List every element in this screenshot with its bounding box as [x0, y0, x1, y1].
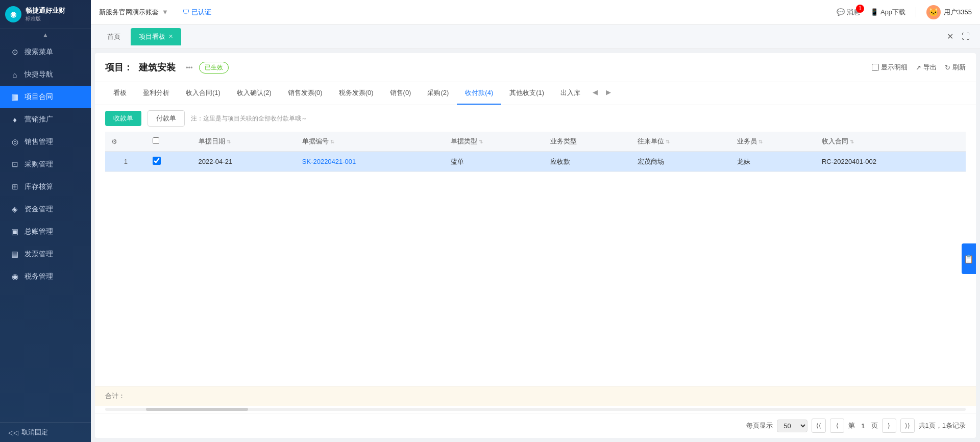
sidebar-item-quick[interactable]: ⌂ 快捷导航	[0, 63, 91, 86]
subtab-collection[interactable]: 收付款(4)	[457, 82, 501, 105]
sidebar-icon-contract: ▦	[10, 92, 19, 102]
th-number[interactable]: 单据编号⇅	[296, 132, 445, 152]
project-label: 项目：	[105, 61, 133, 73]
row-number-link[interactable]: SK-20220421-001	[302, 158, 356, 165]
th-salesperson[interactable]: 业务员⇅	[731, 132, 816, 152]
th-type[interactable]: 单据类型⇅	[445, 132, 544, 152]
table-row[interactable]: 1 2022-04-21 SK-20220421-001 蓝单 应收款 宏茂商场…	[105, 152, 966, 172]
logo-icon: ◉	[5, 6, 21, 22]
sidebar-item-search[interactable]: ⊙ 搜索菜单	[0, 41, 91, 63]
pagination: 每页显示 50 100 200 ⟨⟨ ⟨ 第 1 页 ⟩ ⟩⟩ 共1页，1条记录	[95, 413, 976, 438]
topbar-user[interactable]: 🐱 用户3355	[926, 5, 972, 19]
sidebar-item-finance[interactable]: ◈ 资金管理	[0, 198, 91, 220]
sidebar-label-search: 搜索菜单	[24, 47, 53, 57]
subtab-prev-arrow[interactable]: ◀	[589, 82, 602, 105]
per-page-select[interactable]: 50 100 200	[777, 420, 807, 432]
next-page-btn[interactable]: ⟩	[882, 419, 896, 433]
project-name: 建筑安装	[139, 61, 176, 73]
sidebar-item-sales[interactable]: ◎ 销售管理	[0, 131, 91, 153]
sidebar-logo: ◉ 畅捷通好业财 标准版	[0, 0, 91, 29]
sidebar-scroll-up[interactable]: ▲	[0, 29, 91, 41]
subtab-purchase[interactable]: 采购(2)	[419, 82, 457, 105]
tab-kanban[interactable]: 项目看板 ✕	[131, 28, 181, 45]
subtab-other-expense[interactable]: 其他收支(1)	[501, 82, 552, 105]
project-more-btn[interactable]: •••	[186, 64, 193, 71]
refresh-btn[interactable]: ↻ 刷新	[945, 63, 966, 72]
sort-icon: ⇅	[330, 139, 334, 144]
row-checkbox[interactable]	[153, 157, 161, 165]
tab-kanban-close-icon[interactable]: ✕	[168, 33, 173, 40]
row-number[interactable]: SK-20220421-001	[296, 152, 445, 172]
show-detail-toggle[interactable]: 显示明细	[872, 63, 908, 72]
export-label: 导出	[923, 63, 937, 72]
sidebar-icon-marketing: ♦	[10, 115, 19, 124]
float-action-btn[interactable]: 📋	[962, 243, 976, 274]
sidebar-item-inventory[interactable]: ⊞ 库存核算	[0, 176, 91, 198]
sidebar-label-sales: 销售管理	[24, 137, 53, 146]
subtab-sales[interactable]: 销售(0)	[382, 82, 420, 105]
sidebar-item-invoice[interactable]: ▤ 发票管理	[0, 243, 91, 265]
sidebar-label-quick: 快捷导航	[24, 70, 53, 79]
select-all-checkbox[interactable]	[153, 137, 159, 144]
sidebar-icon-finance: ◈	[10, 205, 19, 214]
gear-icon: ⚙	[111, 138, 117, 145]
subtab-kanban[interactable]: 看板	[105, 82, 135, 105]
th-checkbox[interactable]	[146, 132, 192, 152]
sidebar-label-tax: 税务管理	[24, 272, 53, 281]
subtab-income-confirm[interactable]: 收入确认(2)	[229, 82, 280, 105]
collection-btn[interactable]: 收款单	[105, 111, 141, 126]
subtab-tax-invoice[interactable]: 税务发票(0)	[331, 82, 382, 105]
prev-page-btn[interactable]: ⟨	[830, 419, 844, 433]
subtab-income-contract[interactable]: 收入合同(1)	[178, 82, 229, 105]
window-expand-btn[interactable]: ⛶	[960, 30, 972, 43]
topbar-message-btn[interactable]: 💬 消息 1	[837, 8, 860, 17]
sidebar-label-marketing: 营销推广	[24, 115, 53, 124]
row-partner: 宏茂商场	[631, 152, 731, 172]
window-close-btn[interactable]: ✕	[945, 30, 955, 43]
payment-btn[interactable]: 付款单	[148, 110, 185, 127]
app-label: App下载	[880, 8, 905, 17]
th-date[interactable]: 单据日期⇅	[192, 132, 296, 152]
sort-icon: ⇅	[850, 139, 854, 144]
sidebar-item-contract[interactable]: ▦ 项目合同	[0, 86, 91, 108]
content-area: 项目： 建筑安装 ••• 已生效 显示明细 ↗ 导出 ↻ 刷新	[95, 53, 976, 438]
topbar-verified: 🛡 已认证	[183, 8, 211, 17]
page-label: 第	[848, 421, 855, 430]
sidebar-item-tax[interactable]: ◉ 税务管理	[0, 265, 91, 288]
main-area: 新服务官网演示账套 ▼ 🛡 已认证 💬 消息 1 📱 App下载 🐱 用户335…	[91, 0, 980, 442]
subbar-note: 注：这里是与项目关联的全部收付款单哦～	[191, 114, 307, 123]
export-btn[interactable]: ↗ 导出	[916, 63, 937, 72]
topbar-chevron-icon: ▼	[162, 8, 168, 16]
last-page-btn[interactable]: ⟩⟩	[900, 419, 915, 433]
sidebar-item-ledger[interactable]: ▣ 总账管理	[0, 220, 91, 243]
scrollbar-track[interactable]	[105, 408, 966, 411]
subtab-profit[interactable]: 盈利分析	[135, 82, 178, 105]
tab-kanban-label: 项目看板	[139, 32, 165, 41]
th-gear[interactable]: ⚙	[105, 132, 146, 152]
th-type-label: 单据类型	[451, 137, 477, 146]
tabbar-window-controls: ✕ ⛶	[945, 30, 972, 43]
th-income-contract[interactable]: 收入合同⇅	[816, 132, 966, 152]
subtab-inout[interactable]: 出入库	[552, 82, 589, 105]
first-page-btn[interactable]: ⟨⟨	[812, 419, 826, 433]
row-date: 2022-04-21	[192, 152, 296, 172]
subtab-sales-invoice[interactable]: 销售发票(0)	[280, 82, 331, 105]
sidebar-item-marketing[interactable]: ♦ 营销推广	[0, 108, 91, 131]
th-number-label: 单据编号	[302, 137, 329, 146]
sidebar-label-purchase: 采购管理	[24, 160, 53, 169]
scrollbar-thumb[interactable]	[146, 408, 248, 411]
tab-home[interactable]: 首页	[99, 28, 129, 45]
sidebar-icon-sales: ◎	[10, 137, 19, 146]
sidebar-unpin[interactable]: ◁◁ 取消固定	[0, 422, 91, 442]
sidebar-item-purchase[interactable]: ⊡ 采购管理	[0, 153, 91, 176]
project-header: 项目： 建筑安装 ••• 已生效 显示明细 ↗ 导出 ↻ 刷新	[95, 53, 976, 82]
project-actions: 显示明细 ↗ 导出 ↻ 刷新	[872, 63, 966, 72]
sidebar-icon-inventory: ⊞	[10, 182, 19, 191]
show-detail-checkbox[interactable]	[872, 64, 879, 71]
subtab-next-arrow[interactable]: ▶	[602, 82, 615, 105]
row-checkbox-cell[interactable]	[146, 152, 192, 172]
topbar-project[interactable]: 新服务官网演示账套 ▼	[99, 8, 168, 17]
unpin-label: 取消固定	[21, 428, 48, 437]
th-partner[interactable]: 往来单位⇅	[631, 132, 731, 152]
topbar-app-download[interactable]: 📱 App下载	[870, 8, 905, 17]
